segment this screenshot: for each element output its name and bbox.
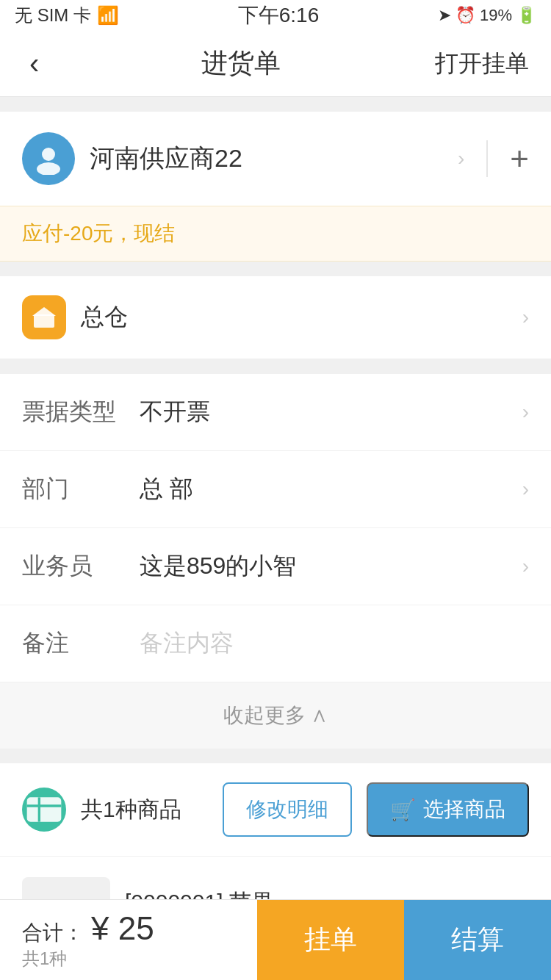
salesperson-row[interactable]: 业务员 这是859的小智 › <box>0 528 551 605</box>
add-supplier-button[interactable]: + <box>510 140 529 177</box>
bottom-bar: 合计： ¥ 25 共1种 挂单 结算 <box>0 899 551 980</box>
edit-detail-button[interactable]: 修改明细 <box>223 782 352 837</box>
product-count-label: 共1种商品 <box>81 795 208 825</box>
status-time: 下午6:16 <box>238 1 320 29</box>
nav-bar: ‹ 进货单 打开挂单 <box>0 31 551 97</box>
invoice-type-chevron-icon: › <box>522 400 529 424</box>
remark-label: 备注 <box>22 627 140 660</box>
cart-icon: 🛒 <box>390 798 416 822</box>
product-icon <box>22 788 66 832</box>
bottom-total: 合计： ¥ 25 共1种 <box>0 910 257 970</box>
collapse-toggle[interactable]: 收起更多 ∧ <box>0 682 551 749</box>
supplier-row[interactable]: 河南供应商22 › + <box>0 112 551 206</box>
carrier-text: 无 SIM 卡 <box>15 4 91 27</box>
alarm-icon: ⏰ <box>455 6 475 25</box>
invoice-type-label: 票据类型 <box>22 396 140 428</box>
section-gap-1 <box>0 97 551 112</box>
section-gap-4 <box>0 749 551 763</box>
department-chevron-icon: › <box>522 478 529 501</box>
svg-point-0 <box>42 148 55 161</box>
location-icon: ➤ <box>438 6 451 25</box>
salesperson-chevron-icon: › <box>522 555 529 578</box>
svg-rect-4 <box>27 797 62 821</box>
page-title: 进货单 <box>201 46 281 82</box>
back-button[interactable]: ‹ <box>22 40 46 87</box>
supplier-avatar <box>22 132 75 185</box>
battery-icon: 🔋 <box>516 6 536 25</box>
supplier-chevron-icon: › <box>458 147 464 170</box>
alert-banner: 应付-20元，现结 <box>0 206 551 262</box>
total-row: 合计： ¥ 25 <box>22 910 235 947</box>
invoice-type-value: 不开票 <box>140 396 515 428</box>
remark-value[interactable]: 备注内容 <box>140 627 529 660</box>
remark-row[interactable]: 备注 备注内容 <box>0 605 551 682</box>
wifi-icon: 📶 <box>97 5 119 26</box>
svg-marker-3 <box>32 307 56 316</box>
warehouse-icon-bg <box>22 295 66 339</box>
salesperson-value: 这是859的小智 <box>140 550 515 583</box>
status-bar: 无 SIM 卡 📶 下午6:16 ➤ ⏰ 19% 🔋 <box>0 0 551 31</box>
department-value: 总 部 <box>140 473 515 505</box>
warehouse-name: 总仓 <box>81 301 515 334</box>
select-product-label: 选择商品 <box>423 796 505 824</box>
total-amount: ¥ 25 <box>91 910 154 947</box>
product-section-header: 共1种商品 修改明细 🛒 选择商品 <box>0 763 551 856</box>
hang-button[interactable]: 挂单 <box>257 900 404 981</box>
open-hang-button[interactable]: 打开挂单 <box>435 48 529 80</box>
invoice-type-row[interactable]: 票据类型 不开票 › <box>0 374 551 451</box>
total-sub: 共1种 <box>22 947 235 970</box>
svg-rect-2 <box>34 314 54 328</box>
main-content: 河南供应商22 › + 应付-20元，现结 总仓 › 票据类型 不开票 › <box>0 97 551 980</box>
warehouse-chevron-icon: › <box>522 306 529 329</box>
status-left: 无 SIM 卡 📶 <box>15 4 119 27</box>
battery-text: 19% <box>480 6 512 25</box>
department-row[interactable]: 部门 总 部 › <box>0 451 551 528</box>
salesperson-label: 业务员 <box>22 550 140 583</box>
warehouse-row[interactable]: 总仓 › <box>0 276 551 359</box>
select-product-button[interactable]: 🛒 选择商品 <box>367 782 529 837</box>
section-gap-3 <box>0 359 551 374</box>
form-section: 票据类型 不开票 › 部门 总 部 › 业务员 这是859的小智 › 备注 备注… <box>0 374 551 682</box>
total-label: 合计： <box>22 919 84 947</box>
department-label: 部门 <box>22 473 140 505</box>
supplier-section: 河南供应商22 › + 应付-20元，现结 <box>0 112 551 262</box>
status-right: ➤ ⏰ 19% 🔋 <box>438 6 536 25</box>
svg-point-1 <box>37 162 60 175</box>
supplier-name: 河南供应商22 <box>90 142 458 176</box>
section-gap-2 <box>0 262 551 276</box>
checkout-button[interactable]: 结算 <box>404 900 551 981</box>
supplier-divider <box>486 140 488 177</box>
